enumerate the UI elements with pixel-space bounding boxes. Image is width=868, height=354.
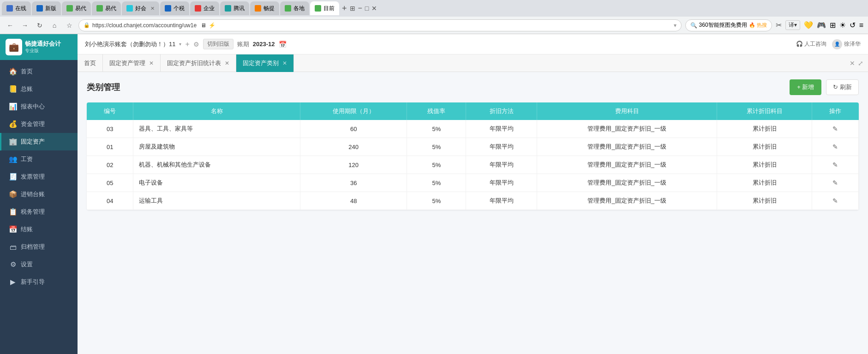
bc-tab-home[interactable]: 首页 — [78, 54, 103, 72]
grid-icon[interactable]: ⊞ — [830, 21, 836, 30]
menu-btn[interactable]: ≡ — [859, 21, 863, 30]
sidebar-item-inventory[interactable]: 📦 进销台账 — [0, 186, 78, 203]
sidebar-item-settings[interactable]: ⚙ 设置 — [0, 256, 78, 273]
sidebar-item-ledger[interactable]: 📒 总账 — [0, 80, 78, 98]
cell-action[interactable]: ✎ — [812, 138, 859, 156]
sidebar-item-funds[interactable]: 💰 资金管理 — [0, 115, 78, 133]
sidebar-item-home[interactable]: 🏠 首页 — [0, 63, 78, 80]
cell-residual: 5% — [407, 192, 466, 210]
cell-action[interactable]: ✎ — [812, 120, 859, 138]
history-btn[interactable]: ↺ — [850, 21, 856, 30]
forward-btn[interactable]: → — [19, 20, 30, 31]
sidebar-item-label: 报表中心 — [21, 102, 45, 111]
game-icon[interactable]: 🎮 — [817, 21, 826, 30]
col-header-method: 折旧方法 — [466, 102, 537, 120]
edit-icon[interactable]: ✎ — [832, 179, 838, 186]
category-table: 编号 名称 使用期限（月） 残值率 折旧方法 费用科目 累计折旧科目 操作 03… — [87, 102, 859, 210]
back-btn[interactable]: ← — [5, 20, 16, 31]
refresh-btn[interactable]: ↻ 刷新 — [826, 79, 859, 95]
support-label[interactable]: 🎧 人工咨询 — [796, 40, 826, 48]
panel-maximize-icon[interactable]: ⤢ — [858, 60, 863, 67]
sidebar-item-payroll[interactable]: 👥 工资 — [0, 150, 78, 168]
ssl-lock-icon: 🔒 — [84, 22, 90, 28]
browser-tab-yidai1[interactable]: 易代 — [62, 1, 91, 15]
browser-tab-xinban[interactable]: 新版 — [32, 1, 61, 15]
cell-action[interactable]: ✎ — [812, 156, 859, 174]
edit-icon[interactable]: ✎ — [832, 161, 838, 168]
new-tab-btn[interactable]: + — [342, 4, 347, 13]
account-dropdown-icon[interactable]: ▾ — [179, 42, 181, 47]
search-icon: 🔍 — [690, 22, 697, 29]
cell-method: 年限平均 — [466, 156, 537, 174]
sidebar-item-label: 结账 — [21, 225, 33, 234]
search-bar[interactable]: 🔍 360智能抠图免费用 🔥 热搜 — [685, 19, 772, 31]
panel-close-icon[interactable]: ✕ — [850, 60, 855, 67]
sidebar-item-label: 固定资产 — [21, 138, 45, 146]
table-header-row: 编号 名称 使用期限（月） 残值率 折旧方法 费用科目 累计折旧科目 操作 — [87, 102, 859, 120]
sidebar-item-label: 首页 — [21, 67, 33, 76]
bc-tab-asset-mgmt[interactable]: 固定资产管理 ✕ — [103, 54, 161, 72]
bc-close-icon[interactable]: ✕ — [149, 60, 154, 66]
browser-tab-haohui[interactable]: 好会 ✕ — [122, 1, 159, 15]
calendar-icon[interactable]: 📅 — [279, 41, 287, 48]
tab-label: 目前 — [323, 5, 335, 12]
settings-icon: ⚙ — [9, 260, 17, 269]
sidebar-item-closing[interactable]: 📅 结账 — [0, 221, 78, 238]
sidebar-item-archive[interactable]: 🗃 归档管理 — [0, 238, 78, 256]
browser-tab-yidai2[interactable]: 易代 — [92, 1, 121, 15]
inventory-icon: 📦 — [9, 190, 17, 198]
cell-depreciation-subject: 累计折旧 — [717, 156, 812, 174]
edit-icon[interactable]: ✎ — [832, 143, 838, 150]
maximize-btn[interactable]: □ — [365, 5, 369, 12]
cell-name: 运输工具 — [133, 192, 300, 210]
bc-tab-category[interactable]: 固定资产类别 ✕ — [236, 54, 294, 72]
close-window-btn[interactable]: ✕ — [371, 5, 377, 12]
bc-close-icon[interactable]: ✕ — [282, 60, 287, 66]
sidebar-item-guide[interactable]: ▶ 新手引导 — [0, 273, 78, 291]
new-account-icon[interactable]: + — [185, 40, 189, 48]
browser-tab-zaixian[interactable]: 在线 — [2, 1, 31, 15]
scissors-icon[interactable]: ✂ — [776, 21, 782, 30]
browser-tab-tengxun[interactable]: 腾讯 — [220, 1, 249, 15]
browser-tab-muqian[interactable]: 目前 — [310, 1, 339, 15]
tab-close-icon[interactable]: ✕ — [150, 6, 155, 12]
bc-close-icon[interactable]: ✕ — [225, 60, 229, 66]
url-dropdown-icon[interactable]: ▾ — [674, 22, 676, 29]
sidebar: 💼 畅捷通好会计 专业版 🏠 首页 📒 总账 📊 报表中心 💰 资金管理 — [0, 34, 78, 354]
header-actions: + 新增 ↻ 刷新 — [790, 79, 859, 95]
sidebar-item-invoice[interactable]: 🧾 发票管理 — [0, 168, 78, 186]
tab-list-btn[interactable]: ⊞ — [350, 5, 355, 12]
url-bar[interactable]: 🔒 https://cloud.chanjet.com/accounting/u… — [78, 19, 682, 31]
sidebar-item-reports[interactable]: 📊 报表中心 — [0, 98, 78, 115]
sidebar-item-label: 进销台账 — [21, 190, 45, 198]
breadcrumb-tabs: 首页 固定资产管理 ✕ 固定资产折旧统计表 ✕ 固定资产类别 ✕ ✕ ⤢ — [78, 54, 868, 72]
add-category-btn[interactable]: + 新增 — [790, 79, 821, 95]
cell-action[interactable]: ✎ — [812, 192, 859, 210]
switch-to-old-btn[interactable]: 切到旧版 — [203, 39, 233, 49]
edit-icon[interactable]: ✎ — [832, 197, 838, 204]
translate-btn[interactable]: 译▾ — [785, 20, 800, 30]
bc-home-label: 首页 — [84, 59, 96, 67]
browser-tab-changte[interactable]: 畅提 — [250, 1, 279, 15]
minimize-btn[interactable]: − — [358, 4, 362, 12]
user-info[interactable]: 👤 徐泽华 — [832, 39, 861, 49]
top-bar-left: 刘小艳演示账套（勿删勿动！）11 ▾ + ⚙ 切到旧版 账期 2023-12 📅 — [85, 39, 287, 49]
account-settings-icon[interactable]: ⚙ — [193, 41, 199, 48]
sidebar-item-tax[interactable]: 📋 税务管理 — [0, 203, 78, 221]
cell-expense-subject: 管理费用_固定资产折旧_一级 — [537, 174, 717, 192]
browser-tab-gedi[interactable]: 各地 — [280, 1, 309, 15]
reload-btn[interactable]: ↻ — [34, 20, 45, 31]
edit-icon[interactable]: ✎ — [832, 125, 838, 132]
cell-action[interactable]: ✎ — [812, 174, 859, 192]
theme-icon[interactable]: ☀ — [839, 21, 846, 30]
table-row: 01 房屋及建筑物 240 5% 年限平均 管理费用_固定资产折旧_一级 累计折… — [87, 138, 859, 156]
home-btn[interactable]: ⌂ — [49, 20, 60, 31]
tax-icon: 📋 — [9, 208, 17, 216]
browser-tab-qiye[interactable]: 企业 — [190, 1, 219, 15]
bc-tab-depreciation[interactable]: 固定资产折旧统计表 ✕ — [161, 54, 236, 72]
browser-tab-geshui[interactable]: 个税 — [160, 1, 189, 15]
sidebar-item-fixed-assets[interactable]: 🏢 固定资产 — [0, 133, 78, 150]
bookmark-btn[interactable]: ☆ — [64, 20, 75, 31]
cell-name: 电子设备 — [133, 174, 300, 192]
wallet-icon[interactable]: 💛 — [804, 21, 813, 30]
